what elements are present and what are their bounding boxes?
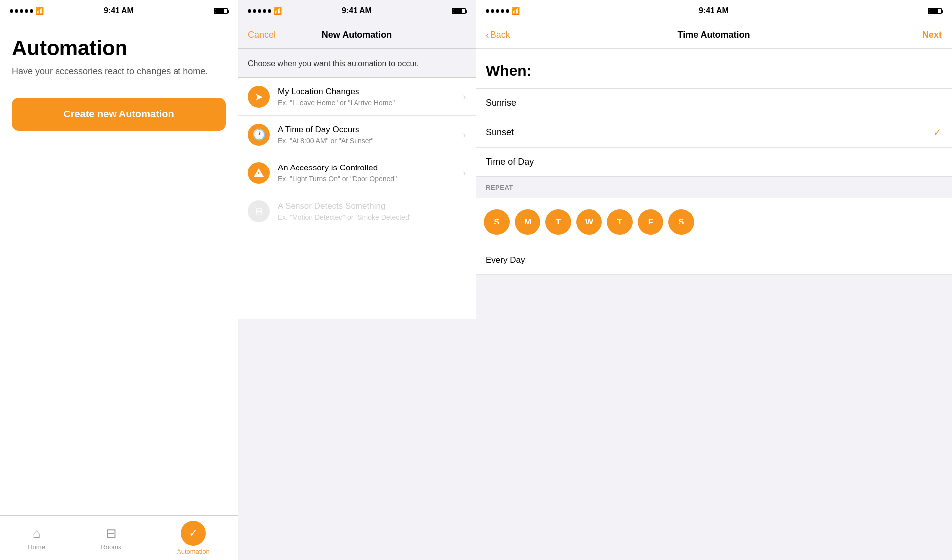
day-wednesday[interactable]: W bbox=[576, 209, 602, 235]
back-chevron-icon: ‹ bbox=[486, 29, 489, 41]
status-bar-3: 📶 9:41 AM bbox=[476, 0, 952, 22]
sensor-text: A Sensor Detects Something Ex. "Motion D… bbox=[278, 201, 466, 221]
day-sunday[interactable]: S bbox=[484, 209, 510, 235]
status-bar-2: 📶 9:41 AM bbox=[238, 0, 476, 22]
signal-icon-3 bbox=[486, 9, 509, 13]
every-day-label: Every Day bbox=[476, 246, 952, 275]
create-automation-button[interactable]: Create new Automation bbox=[12, 98, 226, 131]
automation-subtitle: Have your accessories react to changes a… bbox=[12, 65, 226, 78]
time-chevron: › bbox=[463, 130, 466, 140]
gray-bottom-3 bbox=[476, 275, 952, 560]
nav-title-time-automation: Time Automation bbox=[677, 30, 750, 40]
option-timeofday[interactable]: Time of Day bbox=[476, 148, 952, 176]
sensor-title: A Sensor Detects Something bbox=[278, 201, 466, 211]
location-title: My Location Changes bbox=[278, 87, 455, 97]
day-saturday[interactable]: S bbox=[668, 209, 694, 235]
tab-rooms-label: Rooms bbox=[101, 543, 121, 551]
panel-time-automation: 📶 9:41 AM ‹ Back Time Automation Next Wh… bbox=[476, 0, 952, 560]
panel-new-automation: 📶 9:41 AM Cancel New Automation Choose w… bbox=[238, 0, 476, 560]
day-tuesday[interactable]: T bbox=[545, 209, 571, 235]
nav-bar-time-automation: ‹ Back Time Automation Next bbox=[476, 22, 952, 49]
location-text: My Location Changes Ex. "I Leave Home" o… bbox=[278, 87, 455, 107]
repeat-section-header: REPEAT bbox=[476, 176, 952, 198]
battery-icon-2 bbox=[452, 8, 466, 14]
tab-rooms[interactable]: ⊟ Rooms bbox=[101, 526, 121, 551]
home-icon: ⌂ bbox=[33, 526, 41, 541]
automation-trigger-list: ➤ My Location Changes Ex. "I Leave Home"… bbox=[238, 78, 476, 319]
tab-automation-label: Automation bbox=[177, 548, 210, 555]
trigger-accessory[interactable]: An Accessory is Controlled Ex. "Light Tu… bbox=[238, 154, 476, 192]
tab-bar: ⌂ Home ⊟ Rooms ✓ Automation bbox=[0, 515, 238, 560]
trigger-time[interactable]: 🕐 A Time of Day Occurs Ex. "At 8:00 AM" … bbox=[238, 116, 476, 154]
sunset-label: Sunset bbox=[486, 127, 514, 138]
location-chevron: › bbox=[463, 92, 466, 102]
automation-content: Automation Have your accessories react t… bbox=[0, 22, 238, 515]
accessory-title: An Accessory is Controlled bbox=[278, 163, 455, 173]
trigger-sensor: ⊞ A Sensor Detects Something Ex. "Motion… bbox=[238, 192, 476, 230]
timeofday-label: Time of Day bbox=[486, 157, 534, 167]
day-thursday[interactable]: T bbox=[607, 209, 633, 235]
wifi-icon-2: 📶 bbox=[273, 7, 282, 15]
next-button[interactable]: Next bbox=[922, 30, 942, 40]
option-sunrise[interactable]: Sunrise bbox=[476, 89, 952, 117]
status-right-2 bbox=[452, 8, 466, 14]
status-left-1: 📶 bbox=[10, 7, 44, 15]
status-left-3: 📶 bbox=[486, 7, 520, 15]
option-sunset[interactable]: Sunset ✓ bbox=[476, 117, 952, 148]
cancel-button[interactable]: Cancel bbox=[248, 30, 276, 40]
gray-bottom-2 bbox=[238, 319, 476, 560]
location-icon: ➤ bbox=[248, 86, 270, 108]
sunrise-label: Sunrise bbox=[486, 98, 516, 108]
status-time-2: 9:41 AM bbox=[342, 6, 372, 15]
sensor-subtitle: Ex. "Motion Detected" or "Smoke Detected… bbox=[278, 213, 466, 221]
status-right-3 bbox=[928, 8, 942, 14]
status-time-3: 9:41 AM bbox=[699, 6, 729, 15]
status-left-2: 📶 bbox=[248, 7, 282, 15]
status-time-1: 9:41 AM bbox=[104, 6, 134, 15]
status-right-1 bbox=[214, 8, 228, 14]
signal-icon-2 bbox=[248, 9, 271, 13]
when-title: When: bbox=[486, 62, 942, 79]
accessory-icon bbox=[248, 162, 270, 184]
accessory-subtitle: Ex. "Light Turns On" or "Door Opened" bbox=[278, 175, 455, 183]
back-label: Back bbox=[490, 30, 510, 40]
time-icon: 🕐 bbox=[248, 124, 270, 146]
tab-home[interactable]: ⌂ Home bbox=[28, 526, 45, 551]
repeat-label: REPEAT bbox=[486, 184, 513, 191]
rooms-icon: ⊟ bbox=[106, 526, 117, 541]
status-bar-1: 📶 9:41 AM bbox=[0, 0, 238, 22]
tab-home-label: Home bbox=[28, 543, 45, 551]
sensor-icon: ⊞ bbox=[248, 200, 270, 222]
day-circles-row: S M T W T F S bbox=[476, 198, 952, 246]
when-section: When: bbox=[476, 49, 952, 89]
time-options-list: Sunrise Sunset ✓ Time of Day bbox=[476, 89, 952, 176]
time-subtitle: Ex. "At 8:00 AM" or "At Sunset" bbox=[278, 137, 455, 145]
day-monday[interactable]: M bbox=[515, 209, 540, 235]
choose-text: Choose when you want this automation to … bbox=[238, 49, 476, 78]
time-text: A Time of Day Occurs Ex. "At 8:00 AM" or… bbox=[278, 125, 455, 145]
wifi-icon: 📶 bbox=[35, 7, 44, 15]
back-button[interactable]: ‹ Back bbox=[486, 29, 510, 41]
location-subtitle: Ex. "I Leave Home" or "I Arrive Home" bbox=[278, 99, 455, 107]
accessory-chevron: › bbox=[463, 168, 466, 178]
nav-bar-new-automation: Cancel New Automation bbox=[238, 22, 476, 49]
nav-title-new-automation: New Automation bbox=[322, 30, 392, 40]
automation-active-icon: ✓ bbox=[181, 521, 206, 546]
battery-icon-1 bbox=[214, 8, 228, 14]
trigger-location[interactable]: ➤ My Location Changes Ex. "I Leave Home"… bbox=[238, 78, 476, 116]
accessory-text: An Accessory is Controlled Ex. "Light Tu… bbox=[278, 163, 455, 183]
wifi-icon-3: 📶 bbox=[511, 7, 520, 15]
tab-automation[interactable]: ✓ Automation bbox=[177, 521, 210, 555]
day-friday[interactable]: F bbox=[638, 209, 663, 235]
automation-title: Automation bbox=[12, 37, 226, 59]
battery-icon-3 bbox=[928, 8, 942, 14]
signal-icon bbox=[10, 9, 33, 13]
time-title: A Time of Day Occurs bbox=[278, 125, 455, 135]
panel-automation-home: 📶 9:41 AM Automation Have your accessori… bbox=[0, 0, 238, 560]
sunset-checkmark: ✓ bbox=[933, 126, 942, 138]
